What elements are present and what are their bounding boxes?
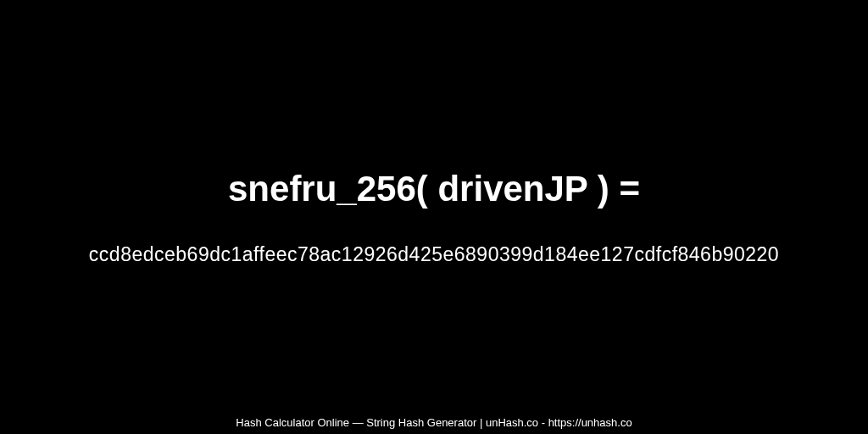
hash-expression: snefru_256( drivenJP ) =	[228, 169, 640, 209]
footer-text: Hash Calculator Online — String Hash Gen…	[0, 416, 868, 429]
main-content: snefru_256( drivenJP ) = ccd8edceb69dc1a…	[89, 169, 779, 266]
hash-result: ccd8edceb69dc1affeec78ac12926d425e689039…	[89, 243, 779, 266]
